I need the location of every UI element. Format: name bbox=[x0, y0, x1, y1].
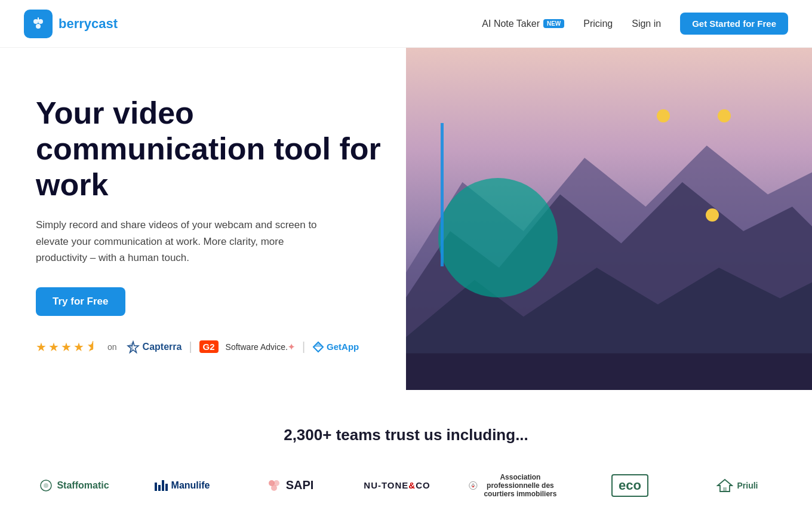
svg-rect-18 bbox=[723, 487, 727, 492]
capterra-text: Capterra bbox=[143, 342, 182, 352]
list-item: Association professionnelle des courtier… bbox=[469, 473, 558, 498]
svg-point-1 bbox=[38, 19, 43, 24]
nav-link-ai-note-taker[interactable]: AI Note Taker new bbox=[482, 19, 564, 29]
nav-links: AI Note Taker new Pricing Sign in Get St… bbox=[482, 13, 788, 35]
trust-title: 2,300+ teams trust us including... bbox=[24, 426, 788, 444]
svg-point-2 bbox=[36, 24, 41, 29]
logo-icon bbox=[24, 10, 53, 38]
star-5-half: ⯨ bbox=[86, 340, 98, 354]
divider-2: | bbox=[302, 340, 305, 354]
teal-circle-decoration bbox=[438, 178, 558, 297]
hero-title: Your video communication tool for work bbox=[36, 96, 382, 202]
berry-logo-svg bbox=[30, 16, 47, 32]
ratings-on-label: on bbox=[107, 342, 117, 352]
staffomatic-logo: Staffomatic bbox=[40, 480, 109, 492]
nutone-logo: NU-TONE&CO bbox=[364, 480, 430, 490]
priuli-icon bbox=[716, 477, 733, 494]
badge-new: new bbox=[543, 19, 564, 28]
hero-background bbox=[406, 48, 812, 390]
star-3: ★ bbox=[61, 340, 72, 354]
list-item: Manulife bbox=[146, 480, 218, 491]
star-1: ★ bbox=[36, 340, 47, 354]
nav-link-signin[interactable]: Sign in bbox=[632, 19, 661, 29]
list-item: Priuli bbox=[702, 477, 773, 494]
priuli-logo: Priuli bbox=[716, 477, 758, 494]
star-4: ★ bbox=[73, 340, 84, 354]
list-item: Staffomatic bbox=[39, 480, 110, 492]
svg-point-0 bbox=[33, 19, 38, 24]
star-ratings: ★ ★ ★ ★ ⯨ bbox=[36, 340, 98, 354]
apciq-logo: Association professionnelle des courtier… bbox=[469, 473, 558, 498]
capterra-logo: Capterra bbox=[127, 340, 182, 354]
navbar: berrycast AI Note Taker new Pricing Sign… bbox=[0, 0, 812, 48]
ratings-row: ★ ★ ★ ★ ⯨ on Capterra | G2 Software Advi… bbox=[36, 340, 382, 354]
svg-point-11 bbox=[44, 483, 48, 488]
trust-logos-grid: Staffomatic Manulife bbox=[24, 473, 788, 513]
hero-section: Your video communication tool for work S… bbox=[0, 48, 812, 390]
get-started-button[interactable]: Get Started for Free bbox=[680, 13, 788, 35]
sapi-icon bbox=[266, 477, 282, 494]
manulife-logo: Manulife bbox=[155, 480, 210, 491]
try-free-button[interactable]: Try for Free bbox=[36, 287, 125, 316]
manulife-bars bbox=[155, 480, 168, 491]
g2-logo: G2 bbox=[199, 340, 219, 353]
list-item: SAPI bbox=[254, 477, 325, 494]
recording-dot-1 bbox=[657, 109, 670, 122]
svg-point-16 bbox=[472, 486, 474, 487]
staffomatic-icon bbox=[40, 480, 52, 492]
getapp-text: GetApp bbox=[327, 342, 359, 352]
nav-link-pricing[interactable]: Pricing bbox=[583, 19, 613, 29]
getapp-logo: GetApp bbox=[312, 341, 359, 353]
logo-text: berrycast bbox=[59, 16, 118, 32]
recording-dot-3 bbox=[706, 208, 719, 222]
svg-point-14 bbox=[271, 485, 277, 491]
hero-subtitle: Simply record and share videos of your w… bbox=[36, 217, 322, 266]
recording-dot-2 bbox=[718, 109, 731, 122]
svg-rect-9 bbox=[406, 354, 812, 390]
trust-section: 2,300+ teams trust us including... Staff… bbox=[0, 390, 812, 513]
list-item: eco bbox=[594, 474, 666, 497]
hero-image-area bbox=[406, 48, 812, 390]
software-advice-logo: Software Advice.✦ bbox=[226, 342, 295, 352]
hero-left: Your video communication tool for work S… bbox=[0, 48, 406, 390]
star-2: ★ bbox=[48, 340, 59, 354]
capterra-icon bbox=[127, 340, 140, 354]
sapi-logo: SAPI bbox=[266, 477, 314, 494]
apciq-icon bbox=[469, 475, 478, 496]
logo[interactable]: berrycast bbox=[24, 10, 118, 38]
eco-logo: eco bbox=[611, 474, 648, 497]
list-item: NU-TONE&CO bbox=[361, 480, 433, 490]
getapp-icon bbox=[312, 341, 324, 353]
recording-bar bbox=[441, 123, 444, 266]
divider-1: | bbox=[189, 340, 192, 354]
